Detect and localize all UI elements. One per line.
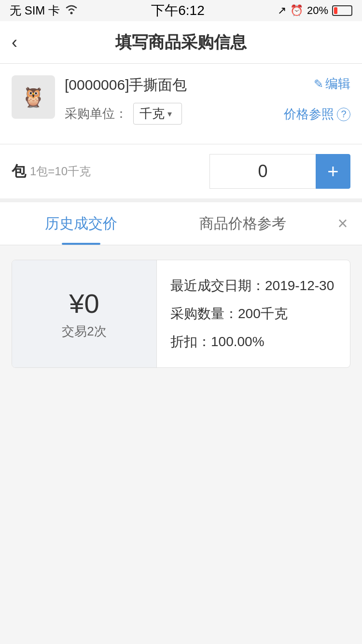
- status-carrier: 无 SIM 卡: [10, 3, 78, 18]
- history-card: ¥0 交易2次 最近成交日期：2019-12-30 采购数量：200千克 折扣：…: [12, 260, 350, 368]
- history-quantity-value: 200千克: [238, 306, 288, 321]
- unit-select[interactable]: 千克 ▾: [133, 103, 182, 125]
- alarm-icon: ⏰: [290, 4, 303, 17]
- edit-button[interactable]: ✎ 编辑: [314, 75, 350, 92]
- tab-close-button[interactable]: ×: [323, 202, 362, 245]
- unit-value: 千克: [139, 105, 165, 122]
- status-bar: 无 SIM 卡 下午6:12 ↗ ⏰ 20%: [0, 0, 362, 21]
- history-date-value: 2019-12-30: [265, 278, 334, 293]
- history-discount-row: 折扣：100.00%: [170, 332, 336, 352]
- product-card: 🦉 [0000006]手撕面包 采购单位： 千克 ▾ ✎ 编辑 价格参照: [0, 64, 362, 144]
- svg-point-0: [70, 12, 73, 14]
- quantity-label: 包 1包=10千克: [12, 162, 91, 182]
- quantity-plus-button[interactable]: +: [316, 154, 350, 189]
- product-info: [0000006]手撕面包 采购单位： 千克 ▾: [65, 75, 187, 125]
- history-discount-label: 折扣：: [170, 334, 211, 349]
- tab-price-reference[interactable]: 商品价格参考: [162, 202, 323, 245]
- price-ref-label: 价格参照: [284, 106, 334, 123]
- tab-history-label: 历史成交价: [45, 214, 117, 234]
- location-icon: ↗: [278, 4, 286, 17]
- product-logo-icon: 🦉: [21, 86, 45, 109]
- history-quantity-row: 采购数量：200千克: [170, 304, 336, 324]
- product-unit-row: 采购单位： 千克 ▾: [65, 103, 187, 125]
- package-label: 包: [12, 162, 26, 182]
- history-date-row: 最近成交日期：2019-12-30: [170, 276, 336, 296]
- quantity-control: 0 +: [209, 154, 350, 189]
- product-thumbnail: 🦉: [12, 75, 55, 119]
- history-discount-value: 100.00%: [211, 334, 265, 349]
- history-content: ¥0 交易2次 最近成交日期：2019-12-30 采购数量：200千克 折扣：…: [0, 245, 362, 535]
- help-icon: ?: [337, 108, 350, 121]
- edit-label: 编辑: [325, 75, 350, 92]
- history-card-details-section: 最近成交日期：2019-12-30 采购数量：200千克 折扣：100.00%: [157, 260, 350, 367]
- tab-active-indicator: [62, 243, 100, 245]
- history-card-price-section: ¥0 交易2次: [12, 260, 157, 367]
- battery-percent: 20%: [307, 4, 328, 17]
- carrier-text: 无 SIM 卡: [10, 3, 60, 18]
- unit-select-arrow-icon: ▾: [167, 109, 172, 119]
- page-title: 填写商品采购信息: [115, 31, 247, 54]
- history-price: ¥0: [69, 288, 99, 319]
- tab-history-price[interactable]: 历史成交价: [0, 202, 162, 245]
- price-ref-button[interactable]: 价格参照 ?: [284, 106, 350, 123]
- history-transactions: 交易2次: [62, 323, 106, 340]
- tabs-container: 历史成交价 商品价格参考 ×: [0, 202, 362, 245]
- quantity-bar: 包 1包=10千克 0 +: [0, 144, 362, 202]
- unit-label: 采购单位：: [65, 105, 127, 122]
- wifi-icon: [65, 4, 78, 17]
- status-icons: ↗ ⏰ 20%: [278, 4, 352, 17]
- close-icon: ×: [337, 213, 348, 234]
- quantity-value: 0: [258, 161, 267, 182]
- plus-icon: +: [327, 162, 338, 181]
- product-actions: ✎ 编辑 价格参照 ?: [284, 75, 350, 123]
- product-name: [0000006]手撕面包: [65, 75, 187, 95]
- back-button[interactable]: ‹: [12, 32, 17, 53]
- history-date-label: 最近成交日期：: [170, 278, 265, 293]
- edit-icon: ✎: [314, 77, 323, 91]
- quantity-input[interactable]: 0: [209, 154, 316, 189]
- history-quantity-label: 采购数量：: [170, 306, 238, 321]
- package-ratio: 1包=10千克: [30, 164, 91, 179]
- tab-price-label: 商品价格参考: [199, 214, 286, 234]
- status-time: 下午6:12: [151, 1, 205, 20]
- battery-icon: [332, 5, 352, 16]
- nav-bar: ‹ 填写商品采购信息: [0, 21, 362, 64]
